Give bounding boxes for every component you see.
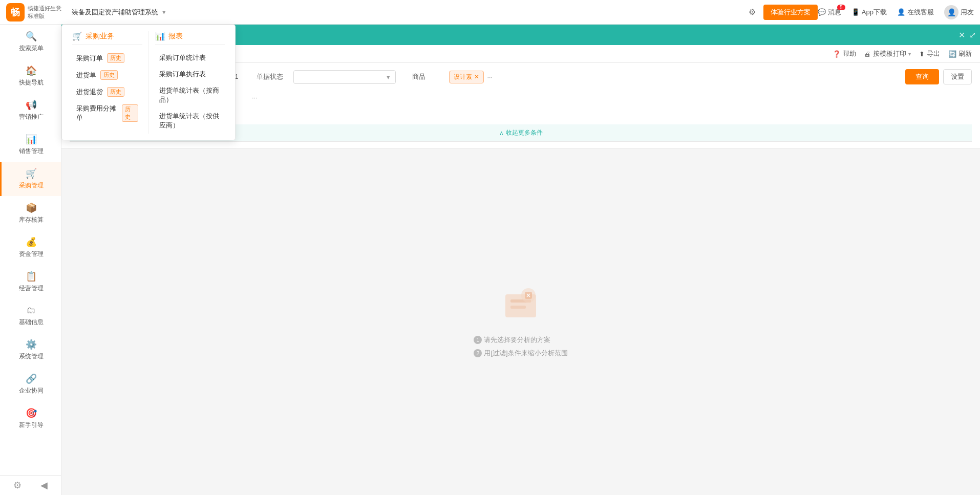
sidebar-item-quick-nav[interactable]: 🏠 快捷导航	[0, 59, 61, 93]
refresh-icon: 🔄	[948, 50, 956, 58]
sidebar-label-enterprise: 企业协同	[19, 386, 44, 395]
user-area[interactable]: 👤 用友	[944, 5, 974, 19]
settings-button[interactable]: 设置	[943, 69, 972, 84]
sidebar-collapse-icon[interactable]: ◀	[40, 480, 48, 491]
purchase-dropdown-menu: 🛒 采购业务 采购订单 历史 进货单 历史 进货退货 历史 采购费用分摊单 历史	[61, 25, 236, 140]
inventory-icon: 📦	[26, 202, 37, 213]
svg-rect-2	[510, 306, 526, 309]
online-service-label: 在线客服	[907, 8, 934, 17]
sidebar-item-newbie[interactable]: 🎯 新手引导	[0, 401, 61, 436]
marketing-icon: 📢	[26, 99, 37, 111]
operations-icon: 📋	[26, 271, 37, 282]
sidebar-label-capital: 资金管理	[19, 250, 44, 259]
goods-tag: 设计素 ✕	[449, 71, 484, 83]
sidebar-settings-icon[interactable]: ⚙	[13, 480, 22, 491]
sidebar: 🔍 搜索菜单 🏠 快捷导航 📢 营销推广 📊 销售管理 🛒 采购管理 📦 库存核…	[0, 25, 61, 495]
sidebar-label-marketing: 营销推广	[19, 113, 44, 121]
sidebar-label-quick-nav: 快捷导航	[19, 78, 44, 87]
menu-item-expense[interactable]: 采购费用分摊单 历史	[72, 100, 142, 126]
report-col-icon: 📊	[155, 31, 165, 41]
query-button[interactable]: 查询	[905, 69, 939, 84]
logo-text: 畅捷通好生意 标准版	[28, 5, 61, 19]
export-button[interactable]: ⬆ 导出	[919, 49, 940, 58]
goods-label: 商品	[412, 72, 443, 81]
logo-line1: 畅捷通好生意	[28, 5, 61, 12]
enterprise-icon: 🔗	[26, 373, 37, 384]
message-button[interactable]: 💬 消息 5	[818, 8, 841, 17]
expense-label: 采购费用分摊单	[76, 104, 118, 122]
dropdown-purchase-col: 🛒 采购业务 采购订单 历史 进货单 历史 进货退货 历史 采购费用分摊单 历史	[68, 31, 146, 134]
sidebar-item-sales[interactable]: 📊 销售管理	[0, 127, 61, 162]
tab-bar-right: ✕ ⤢	[958, 30, 976, 40]
print-label: 按模板打印	[873, 49, 906, 58]
help-button[interactable]: ❓ 帮助	[833, 49, 856, 58]
sidebar-item-marketing[interactable]: 📢 营销推广	[0, 93, 61, 127]
print-icon: 🖨	[864, 50, 871, 58]
sidebar-item-search[interactable]: 🔍 搜索菜单	[0, 25, 61, 59]
menu-item-inbound-stats-goods[interactable]: 进货单统计表（按商品）	[155, 82, 225, 108]
doc-status-label: 单据状态	[257, 72, 287, 81]
online-service-button[interactable]: 👤 在线客服	[897, 8, 934, 17]
print-button[interactable]: 🖨 按模板打印 ▾	[864, 49, 911, 58]
hist-badge-4: 历史	[122, 104, 138, 122]
dropdown-report-header: 📊 报表	[155, 31, 225, 45]
logo-line2: 标准版	[28, 12, 61, 19]
column-divider	[148, 31, 149, 134]
sidebar-item-enterprise[interactable]: 🔗 企业协同	[0, 367, 61, 401]
sidebar-item-inventory[interactable]: 📦 库存核算	[0, 196, 61, 230]
refresh-label: 刷新	[958, 49, 972, 58]
menu-item-po-stats[interactable]: 采购订单统计表	[155, 50, 225, 66]
newbie-icon: 🎯	[26, 407, 37, 419]
empty-tip-1: 请先选择要分析的方案	[474, 333, 567, 347]
menu-item-inbound[interactable]: 进货单 历史	[72, 67, 142, 83]
menu-item-inbound-stats-supplier[interactable]: 进货单统计表（按供应商）	[155, 108, 225, 134]
sidebar-bottom: ⚙ ◀	[0, 475, 61, 495]
header-right: 💬 消息 5 📱 App下载 👤 在线客服 👤 用友	[818, 5, 974, 19]
export-label: 导出	[927, 49, 940, 58]
menu-item-po-exec[interactable]: 采购订单执行表	[155, 66, 225, 82]
sidebar-item-purchase[interactable]: 🛒 采购管理	[0, 162, 61, 196]
avatar: 👤	[944, 5, 958, 19]
sidebar-label-basic-info: 基础信息	[19, 318, 44, 327]
collapse-text: 收起更多条件	[506, 128, 543, 137]
refresh-button[interactable]: 🔄 刷新	[948, 49, 972, 58]
sidebar-label-operations: 经营管理	[19, 284, 44, 293]
message-badge: 5	[837, 5, 845, 10]
inbound-stats-supplier-label: 进货单统计表（按供应商）	[159, 112, 221, 130]
inbound-stats-goods-label: 进货单统计表（按商品）	[159, 86, 221, 104]
print-dropdown-arrow[interactable]: ▾	[908, 51, 911, 57]
empty-illustration	[500, 284, 541, 325]
sidebar-item-operations[interactable]: 📋 经营管理	[0, 265, 61, 299]
window-close-button[interactable]: ✕	[958, 30, 965, 40]
menu-item-return[interactable]: 进货退货 历史	[72, 83, 142, 100]
salesperson-dots[interactable]: ···	[252, 94, 258, 101]
goods-tag-remove[interactable]: ✕	[474, 73, 479, 80]
dropdown-report-col: 📊 报表 采购订单统计表 采购订单执行表 进货单统计表（按商品） 进货单统计表（…	[151, 31, 229, 134]
system-title: 装备及固定资产辅助管理系统	[72, 8, 158, 17]
search-icon: 🔍	[26, 31, 37, 42]
sidebar-label-search: 搜索菜单	[19, 44, 44, 53]
window-expand-button[interactable]: ⤢	[969, 30, 976, 40]
purchase-icon: 🛒	[26, 168, 37, 179]
sidebar-item-basic-info[interactable]: 🗂 基础信息	[0, 299, 61, 333]
sidebar-item-capital[interactable]: 💰 资金管理	[0, 230, 61, 265]
settings-gear-icon[interactable]: ⚙	[745, 5, 759, 19]
inbound-label: 进货单	[76, 71, 96, 80]
menu-item-purchase-order[interactable]: 采购订单 历史	[72, 50, 142, 67]
app-download-button[interactable]: 📱 App下载	[851, 8, 887, 17]
sidebar-label-system: 系统管理	[19, 352, 44, 361]
sidebar-label-purchase: 采购管理	[19, 181, 44, 190]
logo-icon: 畅	[6, 3, 25, 21]
help-icon: ❓	[833, 50, 841, 58]
doc-status-select[interactable]: ▾	[293, 70, 396, 84]
sidebar-label-sales: 销售管理	[19, 147, 44, 156]
filter-actions: 查询 设置	[905, 69, 972, 84]
empty-tip-2: 用[过滤]条件来缩小分析范围	[474, 347, 567, 360]
salesperson-filter: ···	[252, 94, 258, 101]
sidebar-item-system[interactable]: ⚙️ 系统管理	[0, 333, 61, 367]
system-dropdown-arrow[interactable]: ▾	[162, 8, 166, 16]
empty-state: 请先选择要分析的方案 用[过滤]条件来缩小分析范围	[61, 148, 980, 495]
goods-more-dots[interactable]: ···	[487, 73, 493, 81]
solution-button[interactable]: 体验行业方案	[763, 5, 818, 20]
dropdown-columns: 🛒 采购业务 采购订单 历史 进货单 历史 进货退货 历史 采购费用分摊单 历史	[62, 31, 235, 134]
